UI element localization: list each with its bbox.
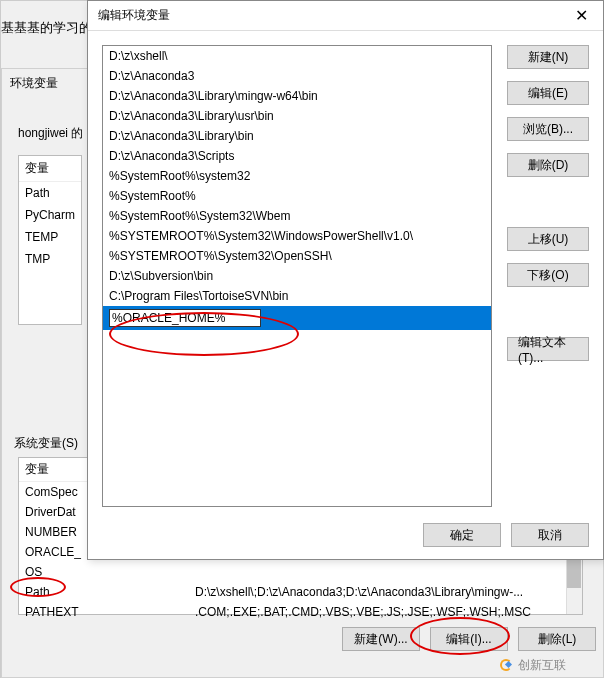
logo-icon: [500, 659, 514, 673]
edit-env-var-dialog: 编辑环境变量 ✕ D:\z\xshell\ D:\z\Anaconda3 D:\…: [87, 0, 604, 560]
dialog-titlebar[interactable]: 编辑环境变量 ✕: [88, 1, 603, 31]
list-item-selected[interactable]: [103, 306, 491, 330]
list-item[interactable]: %SYSTEMROOT%\System32\WindowsPowerShell\…: [103, 226, 491, 246]
user-vars-label: hongjiwei 的: [18, 125, 83, 142]
user-vars-header: 变量: [19, 156, 81, 182]
list-item[interactable]: D:\z\xshell\: [103, 46, 491, 66]
path-entries-list[interactable]: D:\z\xshell\ D:\z\Anaconda3 D:\z\Anacond…: [102, 45, 492, 507]
move-down-button[interactable]: 下移(O): [507, 263, 589, 287]
new-button[interactable]: 新建(N): [507, 45, 589, 69]
list-item[interactable]: D:\z\Anaconda3\Scripts: [103, 146, 491, 166]
browse-button[interactable]: 浏览(B)...: [507, 117, 589, 141]
table-row[interactable]: OS: [19, 562, 582, 582]
close-icon[interactable]: ✕: [559, 1, 603, 31]
list-item[interactable]: %SYSTEMROOT%\System32\OpenSSH\: [103, 246, 491, 266]
watermark-logo: 创新互联: [500, 657, 566, 674]
new-button[interactable]: 新建(W)...: [342, 627, 420, 651]
list-item[interactable]: D:\z\Anaconda3\Library\bin: [103, 126, 491, 146]
list-item[interactable]: D:\z\Subversion\bin: [103, 266, 491, 286]
list-item[interactable]: %SystemRoot%\system32: [103, 166, 491, 186]
list-item[interactable]: TMP: [19, 248, 81, 270]
move-up-button[interactable]: 上移(U): [507, 227, 589, 251]
list-item[interactable]: %SystemRoot%\System32\Wbem: [103, 206, 491, 226]
list-item[interactable]: TEMP: [19, 226, 81, 248]
cancel-button[interactable]: 取消: [511, 523, 589, 547]
list-item[interactable]: D:\z\Anaconda3\Library\usr\bin: [103, 106, 491, 126]
list-item[interactable]: C:\Program Files\TortoiseSVN\bin: [103, 286, 491, 306]
delete-button[interactable]: 删除(D): [507, 153, 589, 177]
sys-vars-label: 系统变量(S): [14, 435, 78, 452]
edit-button[interactable]: 编辑(E): [507, 81, 589, 105]
edit-button[interactable]: 编辑(I)...: [430, 627, 508, 651]
user-vars-list[interactable]: 变量 Path PyCharm TEMP TMP: [18, 155, 82, 325]
table-row[interactable]: PATHEXT.COM;.EXE;.BAT;.CMD;.VBS;.VBE;.JS…: [19, 602, 582, 622]
logo-text: 创新互联: [518, 657, 566, 674]
list-item[interactable]: PyCharm: [19, 204, 81, 226]
list-item[interactable]: D:\z\Anaconda3: [103, 66, 491, 86]
edit-text-button[interactable]: 编辑文本(T)...: [507, 337, 589, 361]
dialog-title: 编辑环境变量: [98, 7, 170, 24]
table-row[interactable]: PathD:\z\xshell\;D:\z\Anaconda3;D:\z\Ana…: [19, 582, 582, 602]
list-item[interactable]: D:\z\Anaconda3\Library\mingw-w64\bin: [103, 86, 491, 106]
ok-button[interactable]: 确定: [423, 523, 501, 547]
list-item[interactable]: Path: [19, 182, 81, 204]
list-item[interactable]: %SystemRoot%: [103, 186, 491, 206]
path-edit-input[interactable]: [109, 309, 261, 327]
bg-window-title: 基基基的学习的..: [1, 19, 99, 37]
delete-button[interactable]: 删除(L): [518, 627, 596, 651]
